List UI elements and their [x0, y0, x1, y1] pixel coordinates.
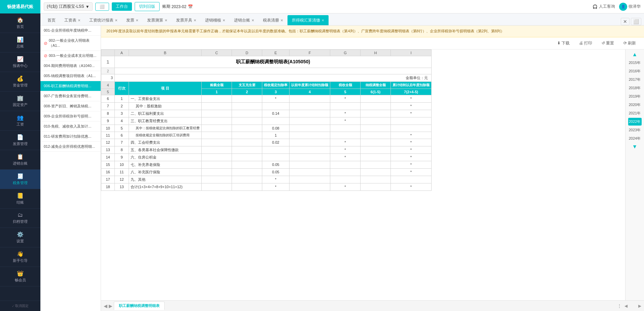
left-panel-item-002[interactable]: ⊘ 002-一般企业收入明细表（A1... [40, 36, 101, 51]
sidebar-item-ledger[interactable]: 📊 总账 [0, 33, 40, 53]
tab-home[interactable]: 首页 [43, 15, 60, 25]
sheet-main[interactable]: A B C D E F G H I 1 职 [101, 49, 625, 300]
sheet-tab-main[interactable]: 职工薪酬纳税调整明细表 [114, 302, 165, 310]
refresh-btn[interactable]: ⟳ 刷新 [621, 39, 639, 47]
year-nav-down[interactable]: ▼ [632, 143, 638, 150]
col-a-header: A [115, 49, 129, 56]
year-2015[interactable]: 2015年 [628, 59, 642, 67]
table-row: 6 1 一、工资薪金支出 * * * [101, 95, 432, 102]
sheet-title: 职工薪酬纳税调整明细表(A105050) [115, 56, 432, 68]
sidebar-item-funds[interactable]: 💰 资金管理 [0, 72, 40, 92]
left-panel-item-006[interactable]: 006-职工薪酬纳税调整明细... [40, 81, 101, 91]
sidebar-item-assets[interactable]: 🏢 固定资产 [0, 92, 40, 111]
year-2018[interactable]: 2018年 [628, 84, 642, 92]
left-panel-item-012[interactable]: 012-减免企业所得税优惠明细... [40, 142, 101, 152]
company-selector[interactable]: (勾划) 江西股宝-LSS ▼ [44, 2, 93, 11]
year-2019[interactable]: 2019年 [628, 93, 642, 100]
tab-close-icon[interactable]: ✕ [115, 19, 117, 22]
year-2023[interactable]: 2023年 [628, 126, 642, 134]
switch-btn[interactable]: 切到旧版 [135, 2, 160, 11]
sidebar-item-payroll[interactable]: 👥 工资 [0, 111, 40, 131]
sidebar-item-invoice[interactable]: 📄 发票管理 [0, 131, 40, 150]
tab-close-icon[interactable]: ✕ [280, 19, 283, 22]
left-panel-item-011[interactable]: 011-研发费用加计扣除优惠... [40, 132, 101, 142]
row-corner [101, 49, 115, 56]
year-2017[interactable]: 2017年 [628, 76, 642, 83]
workspace-btn[interactable]: 工作台 [112, 2, 132, 11]
year-2022[interactable]: 2022年 [628, 118, 642, 126]
row-1-num: 1 [101, 56, 115, 68]
sidebar-item-label: 总账 [16, 44, 24, 49]
tab-close-icon[interactable]: ✕ [194, 19, 196, 22]
left-panel-item-008[interactable]: 008-资产折旧、摊销及纳税... [40, 101, 101, 111]
left-panel-item-001[interactable]: 001-企业所得税年度纳税申... [40, 26, 101, 36]
tab-invoice[interactable]: 发票 ✕ [122, 15, 143, 25]
spreadsheet: A B C D E F G H I 1 职 [101, 49, 432, 191]
funds-icon: 💰 [17, 75, 24, 82]
left-panel-item-004[interactable]: 004-期间费用明细表（A1040... [40, 61, 101, 71]
left-panel-item-009[interactable]: 009-企业所得税弥补亏损明... [40, 111, 101, 122]
year-2021[interactable]: 2021年 [628, 109, 642, 117]
tab-close-all-btn[interactable]: ✕ [621, 18, 630, 25]
copy-btn[interactable]: ⬜ [95, 3, 109, 11]
sidebar-item-label: 工资 [16, 122, 24, 127]
calendar-icon[interactable]: 📅 [188, 4, 193, 9]
tab-close-icon[interactable]: ✕ [78, 19, 80, 22]
sidebar-item-vip[interactable]: 👑 畅会员 [0, 267, 40, 286]
tab-close-icon[interactable]: ✕ [251, 19, 254, 22]
support-btn[interactable]: 🎧 人工客询 [592, 4, 615, 9]
tab-invoice-calc[interactable]: 发票测算 ✕ [143, 15, 172, 25]
sidebar-item-settings[interactable]: ⚙️ 设置 [0, 228, 40, 247]
sidebar-item-purchase-sales[interactable]: 📋 进销台账 [0, 150, 40, 170]
tab-invoice-open[interactable]: 发票开具 ✕ [172, 15, 201, 25]
tab-purchase-ledger[interactable]: 进销台账 ✕ [230, 15, 259, 25]
tax-icon: 🧾 [17, 173, 24, 179]
scroll-right-btn[interactable]: ▶ [109, 303, 112, 309]
sidebar-item-archive[interactable]: 🗂 归档管理 [0, 209, 40, 228]
reset-btn[interactable]: ↺ 重置 [599, 39, 617, 47]
more-icon[interactable]: ⋮ [617, 303, 622, 309]
year-nav-up[interactable]: ▲ [632, 51, 638, 58]
download-label: 下载 [562, 40, 570, 46]
sidebar-item-newbie[interactable]: 👋 新手引导 [0, 247, 40, 267]
year-nav: ▲ 2015年 2016年 2017年 2018年 2019年 2020年 20… [625, 49, 644, 300]
sidebar-item-label: 固定资产 [13, 102, 28, 107]
tab-purchase-check[interactable]: 进销稽核 ✕ [201, 15, 230, 25]
left-panel-item-005[interactable]: 005-纳税调整项目明细表（A1... [40, 71, 101, 81]
print-btn[interactable]: 🖨 打印 [576, 39, 595, 47]
tab-income-tax[interactable]: 所得税汇算清缴 ✕ [287, 15, 329, 25]
chevron-down-icon: ▼ [86, 4, 90, 9]
col-h-header: H [361, 49, 391, 56]
tab-close-icon[interactable]: ✕ [321, 19, 324, 22]
newbie-icon: 👋 [17, 251, 24, 257]
tab-payroll-stats[interactable]: 工资统计报表 ✕ [85, 15, 122, 25]
year-2016[interactable]: 2016年 [628, 67, 642, 75]
left-panel-item-007[interactable]: 007-广告费和业务宣传费明... [40, 91, 101, 101]
left-panel-item-003[interactable]: ⊘ 003-一般企业成本支出明细... [40, 51, 101, 61]
app-logo: 畅捷通易代账 [0, 0, 40, 13]
tab-payroll[interactable]: 工资表 ✕ [60, 15, 85, 25]
tab-close-icon[interactable]: ✕ [165, 19, 167, 22]
year-2020[interactable]: 2020年 [628, 101, 642, 109]
scroll-left-btn[interactable]: ◀ [104, 303, 107, 309]
year-2024[interactable]: 2024年 [628, 135, 642, 142]
sidebar-item-label: 结账 [16, 200, 24, 205]
user-menu[interactable]: 👤 徐泽华 [619, 3, 641, 11]
sidebar-item-label: 畅会员 [15, 278, 26, 283]
left-panel-item-010[interactable]: 010-免税、减收收入及加计... [40, 122, 101, 132]
tab-close-icon[interactable]: ✕ [136, 19, 138, 22]
cancel-fixed[interactable]: ↙取消固定 [0, 301, 40, 311]
sidebar-item-tax[interactable]: 🧾 税务管理 [0, 170, 40, 189]
download-btn[interactable]: ⬇ 下载 [554, 39, 572, 47]
sidebar-item-reports[interactable]: 📈 报表中心 [0, 53, 40, 72]
sidebar-item-label: 税务管理 [13, 180, 28, 185]
topbar: (勾划) 江西股宝-LSS ▼ ⬜ 工作台 切到旧版 账期 2023-02 📅 … [40, 0, 644, 13]
sidebar-item-home[interactable]: 🏠 首页 [0, 13, 40, 33]
download-icon: ⬇ [557, 41, 561, 45]
col-i-header: I [391, 49, 432, 56]
period-label: 账期 2023-02 📅 [162, 4, 193, 9]
tab-maximize-btn[interactable]: ⬜ [631, 18, 641, 25]
tab-tax-summary[interactable]: 税表清册 ✕ [259, 15, 287, 25]
tab-close-icon[interactable]: ✕ [223, 19, 225, 22]
sidebar-item-close[interactable]: 📒 结账 [0, 189, 40, 209]
